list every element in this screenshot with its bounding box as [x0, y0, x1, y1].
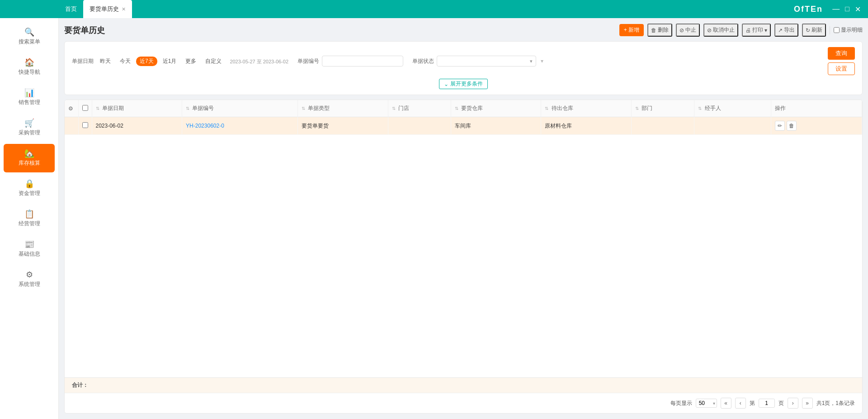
- date-pill-7days[interactable]: 近7天: [136, 57, 157, 66]
- date-pill-yesterday[interactable]: 昨天: [96, 57, 114, 66]
- search-icon: 🔍: [24, 28, 34, 36]
- date-pill-today[interactable]: 今天: [116, 57, 134, 66]
- table-container: ⚙ ⇅ 单据日期 ⇅ 单据编号: [64, 100, 863, 414]
- sidebar-item-sales-label: 销售管理: [19, 99, 40, 106]
- sidebar-item-basic-info[interactable]: 📰 基础信息: [4, 235, 55, 263]
- prev-page-button[interactable]: ‹: [735, 398, 746, 409]
- status-select[interactable]: [437, 56, 536, 67]
- row-delete-button[interactable]: 🗑: [787, 121, 797, 131]
- th-order-type-label: 单据类型: [308, 105, 330, 111]
- tab-order-history-label: 要货单历史: [90, 5, 119, 13]
- stop-icon: ⊘: [679, 27, 684, 33]
- order-no-link[interactable]: YH-20230602-0: [186, 123, 224, 129]
- summary-label: 合计：: [72, 381, 88, 389]
- maximize-icon[interactable]: □: [845, 5, 849, 13]
- sort-pending-warehouse-icon: ⇅: [545, 106, 548, 111]
- th-pending-warehouse: ⇅ 待出仓库: [541, 100, 632, 117]
- th-order-no-label: 单据编号: [192, 105, 214, 111]
- date-pill-1month[interactable]: 近1月: [159, 57, 180, 66]
- sidebar-item-quick-nav-label: 快捷导航: [19, 68, 40, 76]
- cancel-stop-button[interactable]: ⊘ 取消中止: [703, 24, 738, 37]
- basic-info-icon: 📰: [24, 240, 34, 248]
- close-window-icon[interactable]: ✕: [855, 5, 861, 14]
- td-order-no: YH-20230602-0: [182, 117, 298, 135]
- delete-label: 删除: [658, 26, 669, 34]
- table-scroll[interactable]: ⚙ ⇅ 单据日期 ⇅ 单据编号: [65, 100, 862, 377]
- status-label: 单据状态: [412, 57, 434, 65]
- filter-panel: 单据日期 昨天 今天 近7天 近1月 更多 自定义 2023-05-27 至 2…: [64, 41, 863, 95]
- sidebar: 🔍 搜索菜单 🏠 快捷导航 📊 销售管理 🛒 采购管理 🏡 库存核算 🔒 资金管…: [0, 18, 59, 419]
- sidebar-item-basic-info-label: 基础信息: [19, 250, 40, 258]
- display-cell-button[interactable]: 显示明细: [834, 26, 863, 34]
- sidebar-item-system[interactable]: ⚙ 系统管理: [4, 265, 55, 294]
- tab-order-history[interactable]: 要货单历史 ✕: [83, 0, 132, 18]
- order-no-label: 单据编号: [297, 57, 319, 65]
- sort-handler-icon: ⇅: [698, 106, 702, 111]
- page-label-pre: 第: [750, 400, 755, 407]
- stop-button[interactable]: ⊘ 中止: [676, 24, 700, 37]
- th-require-warehouse: ⇅ 要货仓库: [451, 100, 541, 117]
- th-handler: ⇅ 经手人: [694, 100, 771, 117]
- th-handler-label: 经手人: [705, 105, 721, 111]
- status-select-wrapper: [437, 56, 536, 67]
- date-pill-custom[interactable]: 自定义: [202, 57, 225, 66]
- page-input[interactable]: [759, 399, 775, 408]
- page-header: 要货单历史 + 新增 🗑 删除 ⊘ 中止 ⊘ 取消中止 🖨 打印: [64, 24, 863, 37]
- stop-label: 中止: [685, 26, 696, 34]
- print-button[interactable]: 🖨 打印 ▾: [742, 24, 771, 37]
- setting-button[interactable]: 设置: [828, 62, 855, 75]
- th-store-label: 门店: [398, 105, 409, 111]
- page-label-post: 页: [778, 400, 784, 407]
- table-settings-icon[interactable]: ⚙: [68, 105, 73, 112]
- sort-require-warehouse-icon: ⇅: [455, 106, 458, 111]
- finance-icon: 🔒: [24, 180, 34, 188]
- row-edit-button[interactable]: ✏: [775, 121, 785, 131]
- sort-date-icon: ⇅: [96, 106, 99, 111]
- filter-row: 单据日期 昨天 今天 近7天 近1月 更多 自定义 2023-05-27 至 2…: [72, 47, 855, 75]
- expand-icon: ⌄: [444, 81, 448, 87]
- minimize-icon[interactable]: —: [832, 5, 840, 13]
- tab-close-icon[interactable]: ✕: [122, 6, 126, 12]
- sidebar-item-operations[interactable]: 📋 经营管理: [4, 205, 55, 233]
- sidebar-item-sales[interactable]: 📊 销售管理: [4, 83, 55, 112]
- query-btn-group: 查询 设置: [828, 47, 855, 75]
- th-department: ⇅ 部门: [632, 100, 694, 117]
- export-label: 导出: [784, 26, 795, 34]
- th-actions-label: 操作: [775, 105, 786, 111]
- date-pill-more[interactable]: 更多: [182, 57, 200, 66]
- cancel-stop-label: 取消中止: [713, 26, 735, 34]
- refresh-button[interactable]: ↻ 刷新: [802, 24, 826, 37]
- tab-home[interactable]: 首页: [59, 0, 83, 18]
- toolbar-divider: [830, 26, 830, 34]
- table-header-row: ⚙ ⇅ 单据日期 ⇅ 单据编号: [65, 100, 862, 117]
- sidebar-item-finance[interactable]: 🔒 资金管理: [4, 174, 55, 203]
- main-layout: 🔍 搜索菜单 🏠 快捷导航 📊 销售管理 🛒 采购管理 🏡 库存核算 🔒 资金管…: [0, 18, 868, 419]
- expand-button[interactable]: ⌄ 展开更多条件: [439, 79, 488, 89]
- th-date: ⇅ 单据日期: [92, 100, 182, 117]
- sidebar-item-inventory[interactable]: 🏡 库存核算: [4, 144, 55, 172]
- row-checkbox[interactable]: [82, 122, 88, 128]
- export-button[interactable]: ↗ 导出: [774, 24, 798, 37]
- inventory-icon: 🏡: [24, 149, 34, 157]
- export-icon: ↗: [778, 27, 783, 33]
- sidebar-item-purchase[interactable]: 🛒 采购管理: [4, 114, 55, 142]
- sidebar-item-finance-label: 资金管理: [19, 190, 40, 197]
- display-cell-checkbox[interactable]: [834, 27, 840, 33]
- expand-label: 展开更多条件: [450, 80, 483, 88]
- sidebar-item-search[interactable]: 🔍 搜索菜单: [4, 23, 55, 51]
- next-page-button[interactable]: ›: [788, 398, 798, 409]
- sidebar-item-quick-nav[interactable]: 🏠 快捷导航: [4, 53, 55, 81]
- per-page-select[interactable]: 20 50 100: [696, 399, 717, 408]
- new-button[interactable]: + 新增: [619, 24, 644, 36]
- print-dropdown-icon: ▾: [764, 27, 767, 33]
- first-page-button[interactable]: «: [721, 398, 731, 409]
- last-page-button[interactable]: »: [802, 398, 813, 409]
- sidebar-item-operations-label: 经营管理: [19, 220, 40, 228]
- query-button[interactable]: 查询: [828, 47, 855, 60]
- refresh-icon: ↻: [806, 27, 810, 33]
- print-icon: 🖨: [745, 27, 751, 33]
- order-no-input[interactable]: [322, 56, 403, 67]
- select-all-checkbox[interactable]: [82, 105, 88, 111]
- delete-button[interactable]: 🗑 删除: [647, 24, 672, 37]
- content-area: 要货单历史 + 新增 🗑 删除 ⊘ 中止 ⊘ 取消中止 🖨 打印: [59, 18, 868, 419]
